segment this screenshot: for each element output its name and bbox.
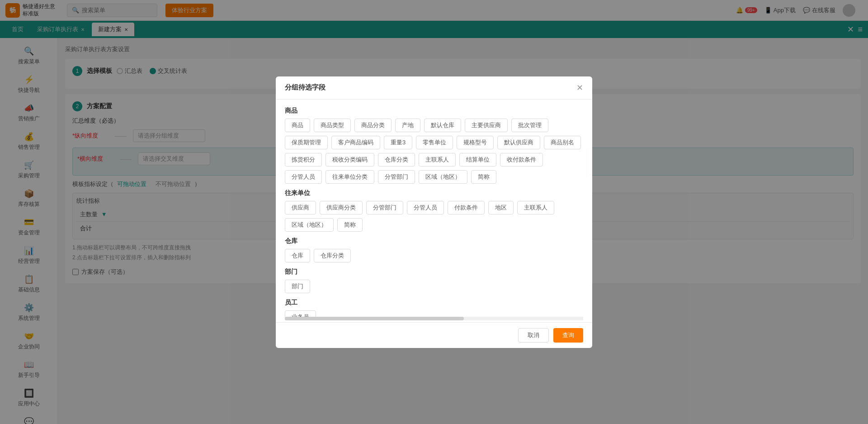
field-tag-1-3[interactable]: 分管人员 <box>407 201 444 214</box>
field-tag-0-4[interactable]: 默认仓库 <box>424 119 461 132</box>
field-tag-0-21[interactable]: 往来单位分类 <box>326 170 374 184</box>
field-tag-2-0[interactable]: 仓库 <box>285 249 310 262</box>
field-tag-1-6[interactable]: 主联系人 <box>517 201 554 214</box>
modal-title: 分组待选字段 <box>285 83 326 92</box>
field-tag-0-14[interactable]: 拣货积分 <box>285 153 322 167</box>
field-tag-0-16[interactable]: 仓库分类 <box>378 153 415 167</box>
group-title-3: 部门 <box>285 268 583 276</box>
group-title-1: 往来单位 <box>285 189 583 197</box>
field-tag-0-3[interactable]: 产地 <box>395 119 420 132</box>
field-tag-1-8[interactable]: 简称 <box>337 218 363 232</box>
cancel-button[interactable]: 取消 <box>518 328 549 343</box>
group-fields-1: 供应商供应商分类分管部门分管人员付款条件地区主联系人区域（地区）简称 <box>285 201 583 232</box>
field-tag-1-1[interactable]: 供应商分类 <box>320 201 363 214</box>
group-fields-4: 业务员 <box>285 310 583 317</box>
modal-close-btn[interactable]: ✕ <box>576 83 583 93</box>
field-tag-0-22[interactable]: 分管部门 <box>378 170 415 184</box>
field-tag-4-0[interactable]: 业务员 <box>285 310 316 317</box>
field-tag-0-23[interactable]: 区域（地区） <box>419 170 467 184</box>
modal-header: 分组待选字段 ✕ <box>276 76 592 100</box>
field-tag-0-7[interactable]: 保质期管理 <box>285 136 328 149</box>
field-tag-0-2[interactable]: 商品分类 <box>354 119 392 132</box>
modal-overlay: 分组待选字段 ✕ 商品商品商品类型商品分类产地默认仓库主要供应商批次管理保质期管… <box>0 0 868 424</box>
field-tag-1-7[interactable]: 区域（地区） <box>285 218 334 232</box>
field-tag-0-19[interactable]: 收付款条件 <box>500 153 543 167</box>
group-title-2: 仓库 <box>285 237 583 245</box>
field-tag-0-12[interactable]: 默认供应商 <box>497 136 540 149</box>
field-tag-1-5[interactable]: 地区 <box>488 201 514 214</box>
field-tag-0-15[interactable]: 税收分类编码 <box>326 153 374 167</box>
field-tag-0-10[interactable]: 零售单位 <box>416 136 453 149</box>
confirm-button[interactable]: 查询 <box>553 328 583 343</box>
field-tag-0-17[interactable]: 主联系人 <box>419 153 456 167</box>
group-fields-3: 部门 <box>285 280 583 293</box>
field-tag-3-0[interactable]: 部门 <box>285 280 310 293</box>
modal-body[interactable]: 商品商品商品类型商品分类产地默认仓库主要供应商批次管理保质期管理客户商品编码重量… <box>276 100 592 317</box>
field-tag-0-5[interactable]: 主要供应商 <box>465 119 508 132</box>
field-tag-0-0[interactable]: 商品 <box>285 119 310 132</box>
field-tag-0-1[interactable]: 商品类型 <box>314 119 351 132</box>
field-tag-0-24[interactable]: 简称 <box>471 170 496 184</box>
field-tag-1-4[interactable]: 付款条件 <box>448 201 485 214</box>
modal-dialog: 分组待选字段 ✕ 商品商品商品类型商品分类产地默认仓库主要供应商批次管理保质期管… <box>276 76 592 348</box>
group-fields-0: 商品商品类型商品分类产地默认仓库主要供应商批次管理保质期管理客户商品编码重量3零… <box>285 119 583 184</box>
group-title-4: 员工 <box>285 299 583 307</box>
field-tag-0-18[interactable]: 结算单位 <box>459 153 496 167</box>
modal-hscroll <box>276 317 592 322</box>
modal-footer: 取消 查询 <box>276 322 592 348</box>
field-tag-0-6[interactable]: 批次管理 <box>511 119 548 132</box>
field-tag-0-13[interactable]: 商品别名 <box>544 136 581 149</box>
field-tag-2-1[interactable]: 仓库分类 <box>314 249 351 262</box>
field-tag-0-9[interactable]: 重量3 <box>384 136 412 149</box>
field-tag-1-0[interactable]: 供应商 <box>285 201 316 214</box>
group-fields-2: 仓库仓库分类 <box>285 249 583 262</box>
field-tag-0-11[interactable]: 规格型号 <box>457 136 494 149</box>
field-tag-1-2[interactable]: 分管部门 <box>366 201 403 214</box>
field-tag-0-8[interactable]: 客户商品编码 <box>331 136 380 149</box>
field-tag-0-20[interactable]: 分管人员 <box>285 170 322 184</box>
group-title-0: 商品 <box>285 107 583 115</box>
